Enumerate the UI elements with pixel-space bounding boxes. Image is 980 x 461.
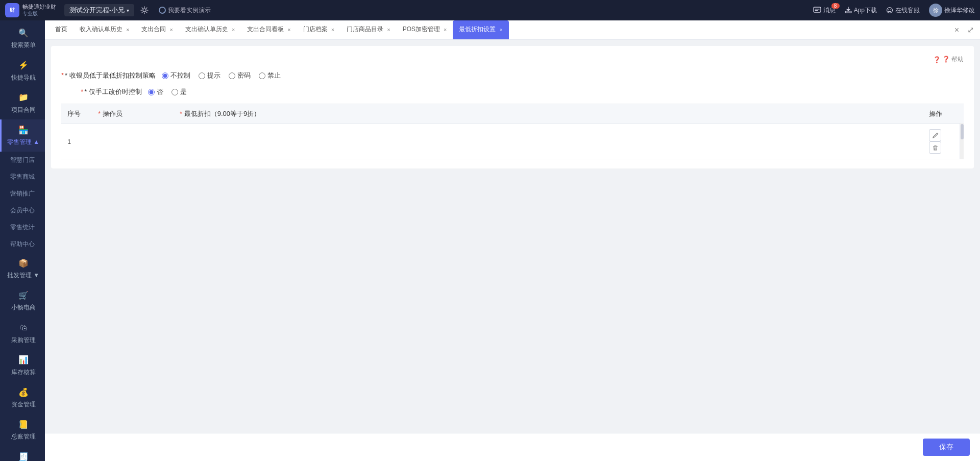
policy-forbid[interactable]: 禁止 (259, 71, 281, 80)
logo-text: 畅捷通好业财 专业版 (22, 4, 56, 16)
chevron-down-icon: ▾ (127, 8, 129, 13)
tabbar: 首页 收入确认单历史 × 支出合同 × 支出确认单历史 × 支出合同看板 × 门… (45, 20, 980, 40)
tab-payment-board[interactable]: 支出合同看板 × (241, 20, 297, 40)
tabbar-actions: × ⤢ (952, 24, 976, 36)
cell-min-discount (174, 124, 923, 159)
manual-yes[interactable]: 是 (172, 87, 187, 96)
discount-table: 序号 * 操作员 * 最低折扣（9.00等于9折） 操作 1 (61, 104, 964, 159)
sidebar-item-smart-store[interactable]: 智慧门店 (0, 152, 45, 168)
help-link[interactable]: ❓ ❓ 帮助 (933, 55, 964, 64)
tab-store-file[interactable]: 门店档案 × (297, 20, 340, 40)
online-service-btn[interactable]: 在线客服 (886, 6, 920, 15)
sidebar-item-ecommerce[interactable]: 🛒 小畅电商 (0, 285, 45, 317)
svg-rect-2 (845, 11, 851, 13)
messages-btn[interactable]: 消息 8 (813, 6, 836, 15)
search-icon: 🔍 (18, 28, 29, 39)
manual-radio-group: 否 是 (148, 87, 187, 96)
shortcut-icon: ⚡ (18, 60, 29, 71)
sidebar-item-purchase[interactable]: 🛍 采购管理 (0, 317, 45, 349)
manual-label: ** 仅手工改价时控制 (61, 87, 148, 96)
page-footer: 保存 (45, 433, 980, 461)
sidebar-item-inventory[interactable]: 📊 库存核算 (0, 349, 45, 381)
tab-close-store-products[interactable]: × (387, 27, 390, 33)
cell-seq: 1 (61, 124, 92, 159)
ledger-icon: 📒 (18, 419, 29, 430)
edit-btn[interactable] (929, 129, 941, 141)
tab-pos-password[interactable]: POS加密管理 × (397, 20, 453, 40)
tab-min-discount[interactable]: 最低折扣设置 × (453, 20, 508, 40)
policy-label: ** 收银员低于最低折扣控制策略 (61, 71, 162, 80)
sidebar-item-wholesale[interactable]: 📦 批发管理 ▼ (0, 253, 45, 285)
wholesale-icon: 📦 (18, 258, 29, 269)
retail-icon: 🏪 (18, 125, 29, 136)
delete-btn[interactable] (929, 141, 941, 154)
policy-password[interactable]: 密码 (229, 71, 251, 80)
th-actions: 操作 (923, 104, 964, 124)
sidebar-item-capital[interactable]: 💰 资金管理 (0, 382, 45, 414)
sidebar-item-member[interactable]: 会员中心 (0, 202, 45, 219)
sidebar-item-shortcut[interactable]: ⚡ 快捷导航 (0, 55, 45, 87)
th-operator: * 操作员 (92, 104, 174, 124)
sidebar-item-retail[interactable]: 🏪 零售管理 ▲ (0, 119, 45, 152)
sidebar-item-ledger[interactable]: 📒 总账管理 (0, 414, 45, 446)
main-layout: 🔍 搜索菜单 ⚡ 快捷导航 📁 项目合同 🏪 零售管理 ▲ 智慧门店 零售商城 … (0, 20, 980, 461)
tab-close-store-file[interactable]: × (331, 27, 334, 33)
content-area: 首页 收入确认单历史 × 支出合同 × 支出确认单历史 × 支出合同看板 × 门… (45, 20, 980, 461)
tab-expand-btn[interactable]: ⤢ (965, 24, 976, 36)
policy-remind[interactable]: 提示 (199, 71, 220, 80)
tab-close-payment-confirm-history[interactable]: × (232, 27, 235, 33)
tab-close-min-discount[interactable]: × (499, 27, 502, 33)
tab-income-history[interactable]: 收入确认单历史 × (74, 20, 135, 40)
policy-form-row: ** 收银员低于最低折扣控制策略 不控制 提示 密码 (61, 71, 964, 80)
th-seq: 序号 (61, 104, 92, 124)
demo-link[interactable]: 我要看实例演示 (159, 6, 211, 15)
tab-close-pos-password[interactable]: × (444, 27, 447, 33)
svg-point-5 (890, 9, 891, 10)
tab-payment-contract[interactable]: 支出合同 × (135, 20, 179, 40)
svg-rect-1 (814, 7, 821, 12)
tab-home[interactable]: 首页 (49, 20, 74, 40)
sidebar-item-invoice[interactable]: 🧾 发票管理 (0, 446, 45, 461)
sidebar-item-help[interactable]: 帮助中心 (0, 236, 45, 253)
inventory-icon: 📊 (18, 354, 29, 366)
project-selector[interactable]: 测试分开完程-小兄 ▾ (64, 4, 134, 16)
tab-store-products[interactable]: 门店商品目录 × (340, 20, 396, 40)
table-container: 序号 * 操作员 * 最低折扣（9.00等于9折） 操作 1 (61, 104, 964, 159)
ecommerce-icon: 🛒 (18, 290, 29, 301)
settings-icon[interactable] (138, 4, 151, 16)
help-icon: ❓ (933, 56, 941, 63)
table-scrollbar[interactable] (960, 123, 964, 159)
tab-close-all-btn[interactable]: × (952, 25, 961, 36)
svg-point-3 (887, 8, 893, 13)
sidebar-item-search[interactable]: 🔍 搜索菜单 (0, 22, 45, 55)
logo: 财 畅捷通好业财 专业版 (5, 3, 56, 17)
project-icon: 📁 (18, 92, 29, 103)
tab-close-income-history[interactable]: × (126, 27, 129, 33)
capital-icon: 💰 (18, 387, 29, 398)
topbar: 财 畅捷通好业财 专业版 测试分开完程-小兄 ▾ 我要看实例演示 消息 8 Ap… (0, 0, 980, 20)
topbar-right: 消息 8 App下载 在线客服 徐 徐泽华修改 (813, 4, 975, 17)
cell-operator (92, 124, 174, 159)
app-download-btn[interactable]: App下载 (845, 6, 877, 15)
avatar: 徐 (929, 4, 942, 17)
svg-point-0 (143, 9, 146, 12)
manual-no[interactable]: 否 (148, 87, 163, 96)
save-button[interactable]: 保存 (923, 439, 970, 456)
policy-no-control[interactable]: 不控制 (162, 71, 190, 80)
purchase-icon: 🛍 (19, 322, 28, 333)
tab-close-payment-board[interactable]: × (287, 27, 290, 33)
page-content: ❓ ❓ 帮助 ** 收银员低于最低折扣控制策略 不控制 (45, 40, 980, 433)
th-min-discount: * 最低折扣（9.00等于9折） (174, 104, 923, 124)
sidebar-item-retail-stats[interactable]: 零售统计 (0, 219, 45, 236)
sidebar-item-marketing[interactable]: 营销推广 (0, 185, 45, 202)
svg-point-4 (888, 9, 889, 10)
cell-actions (923, 124, 964, 159)
tab-payment-confirm-history[interactable]: 支出确认单历史 × (179, 20, 241, 40)
scrollbar-thumb (961, 124, 964, 139)
tab-close-payment-contract[interactable]: × (169, 27, 173, 33)
table-row: 1 (61, 124, 964, 159)
sidebar-item-project[interactable]: 📁 项目合同 (0, 87, 45, 119)
user-profile-btn[interactable]: 徐 徐泽华修改 (929, 4, 975, 17)
settings-card: ❓ ❓ 帮助 ** 收银员低于最低折扣控制策略 不控制 (51, 46, 974, 168)
sidebar-item-retail-mall[interactable]: 零售商城 (0, 168, 45, 185)
